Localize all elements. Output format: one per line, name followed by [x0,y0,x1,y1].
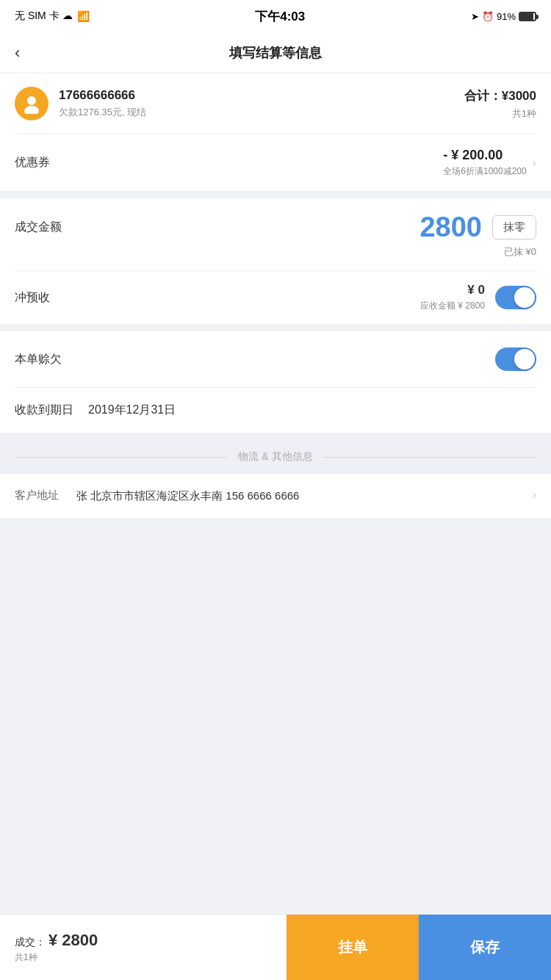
avatar-icon [21,93,42,114]
transaction-card: 成交金额 2800 抹零 已抹 ¥0 冲预收 ¥ 0 应收金额 ¥ 2800 [0,198,551,324]
amount-value-group: 2800 抹零 [419,213,536,241]
duedate-row: 收款到期日 2019年12月31日 [15,387,536,433]
hold-button[interactable]: 挂单 [287,915,419,981]
customer-sub: 欠款1276.35元, 现结 [59,106,464,119]
address-card: 客户地址 张 北京市市辖区海淀区永丰南 156 6666 6666 › [0,474,551,518]
bottom-amount: ¥ 2800 [48,931,98,950]
coupon-sub: 全场6折满1000减200 [443,165,526,178]
status-right: ➤ ⏰ 91% [471,11,536,22]
debt-toggle-knob [514,349,535,370]
bottom-summary: 成交： ¥ 2800 共1种 [0,931,287,964]
customer-total: 合计：¥3000 共1种 [464,87,536,120]
prereceive-toggle[interactable] [495,286,536,309]
bottom-count: 共1种 [15,951,272,964]
back-button[interactable]: ‹ [15,43,20,62]
debt-row: 本单赊欠 [15,331,536,387]
coupon-label: 优惠券 [15,155,50,170]
total-sub: 共1种 [464,107,536,120]
avatar [15,87,48,120]
toggle-knob [514,287,535,308]
page-title: 填写结算等信息 [229,44,322,62]
logistics-line-left [15,457,228,458]
duedate-value: 2019年12月31日 [88,403,176,418]
bottom-bar: 成交： ¥ 2800 共1种 挂单 保存 [0,914,551,980]
wifi-icon: 📶 [77,10,90,22]
logistics-line-right [323,457,536,458]
prereceive-right: ¥ 0 应收金额 ¥ 2800 [420,283,536,312]
prereceive-label: 冲预收 [15,290,50,306]
customer-info: 17666666666 欠款1276.35元, 现结 [59,88,464,119]
amount-label: 成交金额 [15,220,62,235]
deal-label: 成交： [15,936,46,949]
amount-value: 2800 [419,213,482,241]
customer-row: 17666666666 欠款1276.35元, 现结 合计：¥3000 共1种 [0,73,551,134]
status-bar: 无 SIM 卡 ☁ 📶 下午4:03 ➤ ⏰ 91% [0,0,551,32]
svg-point-0 [27,96,36,105]
address-label: 客户地址 [15,487,65,502]
svg-point-1 [24,106,39,114]
battery-icon [519,12,536,21]
debt-section: 本单赊欠 [0,331,551,387]
address-chevron-icon: › [533,487,536,502]
zeroed-text: 已抹 ¥0 [15,245,536,270]
nav-bar: ‹ 填写结算等信息 [0,32,551,73]
coupon-row[interactable]: 优惠券 - ¥ 200.00 全场6折满1000减200 › [0,134,551,191]
bottom-spacer [0,525,551,672]
prereceive-amount: ¥ 0 应收金额 ¥ 2800 [420,283,485,312]
amount-row: 成交金额 2800 抹零 [15,213,536,245]
chevron-right-icon: › [533,156,536,170]
prereceive-val: ¥ 0 [420,283,485,298]
prereceive-row: 冲预收 ¥ 0 应收金额 ¥ 2800 [15,270,536,324]
debt-toggle[interactable] [495,347,536,371]
duedate-label: 收款到期日 [15,403,73,418]
battery-text: 91% [497,11,516,22]
address-value: 张 北京市市辖区海淀区永丰南 156 6666 6666 [76,487,527,505]
coupon-discount: - ¥ 200.00 [443,148,526,163]
total-amount: 合计：¥3000 [464,87,536,104]
amount-section: 成交金额 2800 抹零 已抹 ¥0 [0,198,551,270]
prereceive-section: 冲预收 ¥ 0 应收金额 ¥ 2800 [0,270,551,324]
address-row[interactable]: 客户地址 张 北京市市辖区海淀区永丰南 156 6666 6666 › [15,474,536,518]
customer-phone: 17666666666 [59,88,464,103]
status-left: 无 SIM 卡 ☁ 📶 [15,10,90,23]
debt-card: 本单赊欠 收款到期日 2019年12月31日 [0,331,551,433]
main-content: 17666666666 欠款1276.35元, 现结 合计：¥3000 共1种 … [0,73,551,746]
coupon-right: - ¥ 200.00 全场6折满1000减200 › [443,148,536,178]
round-button[interactable]: 抹零 [492,215,536,239]
no-sim-text: 无 SIM 卡 ☁ [15,10,73,23]
alarm-icon: ⏰ [482,11,494,22]
duedate-section: 收款到期日 2019年12月31日 [0,387,551,433]
location-icon: ➤ [471,11,479,22]
save-button[interactable]: 保存 [419,915,551,981]
logistics-text: 物流 & 其他信息 [238,450,312,464]
status-time: 下午4:03 [255,8,305,25]
prereceive-sub: 应收金额 ¥ 2800 [420,300,485,312]
address-section: 客户地址 张 北京市市辖区海淀区永丰南 156 6666 6666 › [0,474,551,518]
customer-card: 17666666666 欠款1276.35元, 现结 合计：¥3000 共1种 … [0,73,551,191]
logistics-divider: 物流 & 其他信息 [0,440,551,474]
debt-label: 本单赊欠 [15,352,62,367]
